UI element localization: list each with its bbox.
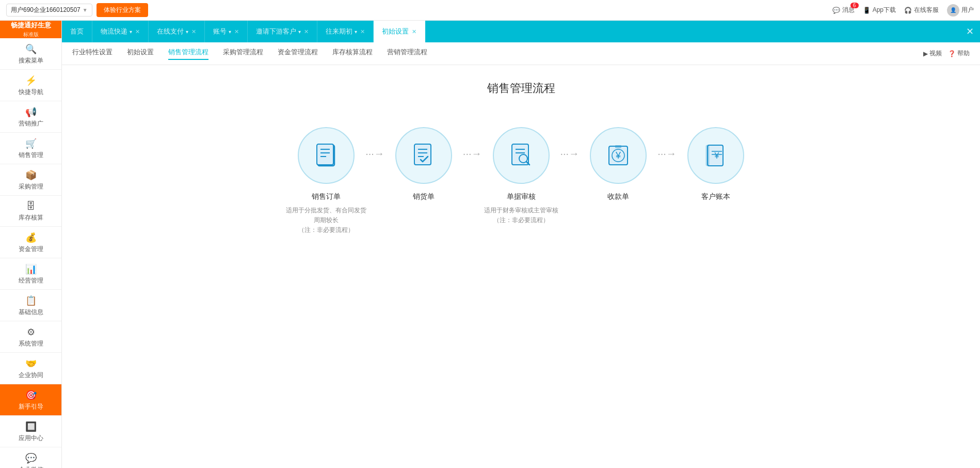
tab-invite-label: 邀请下游客户 [256, 27, 296, 36]
tab-spacer [425, 21, 960, 42]
tab-account[interactable]: 账号 ▾ ✕ [205, 21, 248, 42]
video-action[interactable]: ▶ 视频 [923, 49, 942, 58]
tab-close-icon[interactable]: ✕ [135, 28, 140, 35]
tab-opening-label: 往来期初 [326, 27, 352, 36]
system-icon: ⚙ [27, 326, 35, 338]
flow-arrow-4: ···→ [657, 127, 677, 160]
sub-tab-initial-label: 初始设置 [127, 48, 154, 56]
tab-home[interactable]: 首页 [62, 21, 92, 42]
flow-label-shipment: 销货单 [413, 192, 435, 201]
svg-rect-4 [317, 144, 333, 165]
brand-name: 畅捷通好生意 [11, 21, 51, 30]
tab-initial-setup[interactable]: 初始设置 ✕ [374, 21, 425, 42]
account-book-icon: ¥ [702, 142, 729, 169]
inventory-icon: 🗄 [26, 201, 36, 212]
svg-rect-20 [615, 145, 621, 148]
sub-tab-sales-flow[interactable]: 销售管理流程 [168, 48, 208, 60]
tab-close-icon[interactable]: ✕ [191, 28, 196, 35]
sub-tab-initial[interactable]: 初始设置 [127, 48, 154, 60]
sidebar-marketing-label: 营销推广 [19, 119, 43, 128]
sub-tabs: 行业特性设置 初始设置 销售管理流程 采购管理流程 资金管理流程 库存核算流程 … [62, 42, 980, 65]
online-service-label: 在线客服 [914, 6, 939, 14]
tab-initial-setup-label: 初始设置 [382, 27, 409, 36]
newbie-icon: 🎯 [25, 389, 37, 401]
sidebar-item-basic[interactable]: 📋 基础信息 [0, 290, 61, 321]
sidebar-purchase-label: 采购管理 [19, 182, 43, 191]
tab-invite[interactable]: 邀请下游客户 ▾ ✕ [248, 21, 317, 42]
flow-diagram: 销售订单 适用于分批发货、有合同发货周期较长（注：非必要流程） ···→ [83, 127, 959, 236]
app-center-icon: 🔲 [25, 421, 37, 432]
flow-arrow-2: ···→ [463, 127, 482, 160]
flow-step-receipt: ¥ 收款单 [577, 127, 660, 206]
video-label: 视频 [929, 49, 942, 58]
sidebar-item-system[interactable]: ⚙ 系统管理 [0, 321, 61, 353]
sub-tab-finance-flow[interactable]: 资金管理流程 [278, 48, 318, 60]
help-action[interactable]: ❓ 帮助 [948, 49, 970, 58]
sidebar-item-finance[interactable]: 💰 资金管理 [0, 227, 61, 258]
message-action[interactable]: 💬 消息 6 [832, 6, 855, 14]
sidebar: 畅捷通好生意 标准版 🔍 搜索菜单 ⚡ 快捷导航 📢 营销推广 🛒 销售管理 📦… [0, 21, 62, 468]
tab-payment[interactable]: 在线支付 ▾ ✕ [149, 21, 205, 42]
close-all-tabs[interactable]: ✕ [960, 21, 980, 42]
tab-logistics[interactable]: 物流快递 ▾ ✕ [92, 21, 149, 42]
svg-text:¥: ¥ [615, 150, 621, 161]
user-selector[interactable]: 用户690企业1660120507 ▼ [6, 4, 92, 17]
experience-btn[interactable]: 体验行业方案 [97, 3, 148, 17]
tab-arrow-icon: ▾ [130, 29, 132, 35]
phone-icon: 📱 [863, 7, 871, 14]
sidebar-item-operations[interactable]: 📊 经营管理 [0, 258, 61, 290]
audit-icon [508, 142, 535, 169]
sidebar-item-app-center[interactable]: 🔲 应用中心 [0, 416, 61, 447]
sidebar-item-quick-nav[interactable]: ⚡ 快捷导航 [0, 70, 61, 101]
sidebar-system-label: 系统管理 [19, 339, 43, 348]
sidebar-app-center-label: 应用中心 [19, 434, 43, 443]
sub-tab-marketing-flow[interactable]: 营销管理流程 [387, 48, 427, 60]
sub-tab-purchase-flow-label: 采购管理流程 [223, 48, 263, 56]
content-area: 销售管理流程 [62, 65, 980, 468]
enterprise-icon: 🤝 [25, 358, 37, 369]
basic-icon: 📋 [25, 295, 37, 306]
page-title: 销售管理流程 [83, 81, 959, 96]
sub-tab-inventory-flow[interactable]: 库存核算流程 [332, 48, 373, 60]
top-header: 用户690企业1660120507 ▼ 体验行业方案 💬 消息 6 📱 App下… [0, 0, 980, 21]
flow-label-receipt: 收款单 [607, 192, 629, 201]
flow-desc-audit: 适用于财务审核或主管审核（注：非必要流程） [484, 206, 558, 225]
app-download-action[interactable]: 📱 App下载 [863, 6, 896, 14]
header-right: 💬 消息 6 📱 App下载 🎧 在线客服 👤 用户 [832, 4, 974, 17]
tab-close-icon[interactable]: ✕ [360, 28, 365, 35]
message-icon: 💬 [832, 7, 840, 14]
sub-tab-industry-label: 行业特性设置 [72, 48, 113, 56]
sidebar-item-search[interactable]: 🔍 搜索菜单 [0, 38, 61, 70]
sidebar-item-enterprise[interactable]: 🤝 企业协同 [0, 353, 61, 384]
online-service-action[interactable]: 🎧 在线客服 [904, 6, 939, 14]
sidebar-item-marketing[interactable]: 📢 营销推广 [0, 101, 61, 133]
flow-circle-audit [493, 127, 550, 184]
sidebar-item-purchase[interactable]: 📦 采购管理 [0, 164, 61, 196]
sidebar-search-label: 搜索菜单 [19, 56, 43, 65]
flow-label-audit: 单据审核 [507, 192, 536, 201]
user-profile-action[interactable]: 👤 用户 [947, 4, 974, 17]
sidebar-item-newbie[interactable]: 🎯 新手引导 [0, 384, 61, 416]
tab-nav: 首页 物流快递 ▾ ✕ 在线支付 ▾ ✕ 账号 ▾ ✕ 邀请下游客户 ▾ ✕ [62, 21, 980, 42]
sub-tab-industry[interactable]: 行业特性设置 [72, 48, 113, 60]
avatar: 👤 [947, 4, 959, 17]
tab-close-icon[interactable]: ✕ [412, 28, 416, 35]
flow-label-sales-order: 销售订单 [312, 192, 341, 201]
tab-close-icon[interactable]: ✕ [304, 28, 309, 35]
sidebar-newbie-label: 新手引导 [19, 402, 43, 411]
sidebar-quick-nav-label: 快捷导航 [19, 88, 43, 97]
tab-arrow-icon: ▾ [186, 29, 188, 35]
flow-step-audit: 单据审核 适用于财务审核或主管审核（注：非必要流程） [480, 127, 563, 225]
sub-tab-purchase-flow[interactable]: 采购管理流程 [223, 48, 263, 60]
sidebar-item-sales[interactable]: 🛒 销售管理 [0, 133, 61, 164]
flow-label-account-book: 客户账本 [701, 192, 730, 201]
tab-opening[interactable]: 往来期初 ▾ ✕ [317, 21, 374, 42]
header-left: 用户690企业1660120507 ▼ 体验行业方案 [6, 3, 148, 17]
tab-logistics-label: 物流快递 [101, 27, 127, 36]
sub-tab-marketing-flow-label: 营销管理流程 [387, 48, 427, 56]
tab-close-icon[interactable]: ✕ [234, 28, 239, 35]
sidebar-enterprise-label: 企业协同 [19, 371, 43, 380]
sidebar-item-inventory[interactable]: 🗄 库存核算 [0, 196, 61, 227]
purchase-icon: 📦 [25, 169, 37, 181]
sidebar-item-wechat[interactable]: 💬 企业微信 [0, 447, 61, 468]
